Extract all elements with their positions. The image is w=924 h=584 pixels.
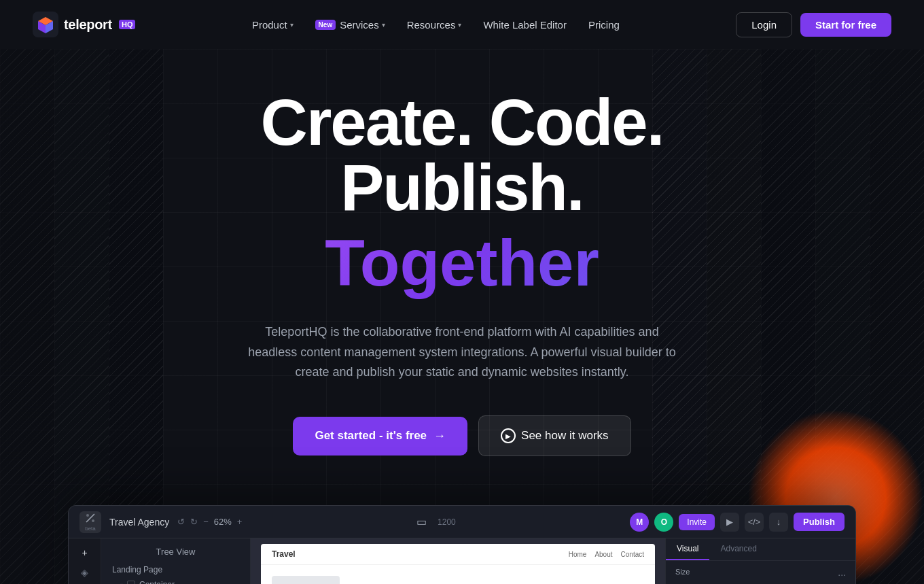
chevron-down-icon: ▾ — [290, 21, 294, 29]
avatar-o: O — [654, 513, 673, 532]
canvas-home-link: Home — [569, 551, 587, 558]
nav-product[interactable]: Product ▾ — [243, 14, 303, 36]
canvas-nav-links: Home About Contact — [569, 551, 644, 558]
minus-icon[interactable]: − — [203, 517, 209, 527]
editor-tree-panel: Tree View Landing Page ▾ Container ▾ Men… — [101, 538, 251, 584]
size-label: Size — [675, 568, 690, 576]
new-badge: New — [315, 20, 336, 30]
beta-icon: beta — [79, 511, 101, 533]
svg-point-2 — [92, 519, 94, 522]
canvas-brand: Travel — [272, 549, 296, 559]
tree-header: Tree View — [101, 547, 250, 562]
chevron-down-icon: ▾ — [382, 21, 385, 29]
canvas-page: Travel Home About Contact — [261, 544, 655, 584]
device-icon[interactable]: ▭ — [416, 515, 427, 528]
svg-point-1 — [86, 514, 89, 517]
see-how-button[interactable]: ▶ See how it works — [478, 415, 631, 456]
editor-preview: beta Travel Agency ↺ ↻ − 62% + ▭ 1200 M … — [68, 505, 856, 584]
tab-advanced[interactable]: Advanced — [709, 538, 767, 560]
nav-links: Product ▾ New Services ▾ Resources ▾ Whi… — [243, 14, 629, 36]
canvas-contact-link: Contact — [621, 551, 644, 558]
nav-whitelabel[interactable]: White Label Editor — [474, 14, 576, 36]
panel-tabs: Visual Advanced — [666, 538, 855, 561]
logo-hq: HQ — [119, 20, 136, 29]
play-button[interactable]: ▶ — [720, 513, 739, 532]
avatar-m: M — [630, 513, 649, 532]
code-button[interactable]: </> — [745, 513, 764, 532]
editor-controls: ↺ ↻ − 62% + — [177, 517, 242, 527]
canvas-placeholder — [272, 576, 340, 584]
editor-body: + ◈ ⊞ 🖼 Tree View Landing Page ▾ Contain… — [69, 538, 855, 584]
zoom-level: 62% — [214, 517, 232, 527]
expand-icon: ▾ — [120, 582, 123, 584]
invite-button[interactable]: Invite — [679, 514, 715, 530]
tree-item-landing[interactable]: Landing Page — [101, 562, 250, 577]
hero-section: .dc { position: absolute; top: 0; bottom… — [0, 49, 924, 584]
hero-description: TeleportHQ is the collaborative front-en… — [245, 322, 679, 383]
download-button[interactable]: ↓ — [769, 513, 788, 532]
start-button[interactable]: Start for free — [800, 13, 891, 37]
logo[interactable]: teleportHQ — [33, 12, 135, 37]
chevron-down-icon: ▾ — [458, 21, 461, 29]
project-name: Travel Agency — [109, 517, 169, 528]
play-icon: ▶ — [501, 428, 516, 443]
login-button[interactable]: Login — [736, 12, 792, 37]
canvas-nav: Travel Home About Contact — [261, 544, 655, 565]
panel-body: Size ··· Width 100% Min W auto Min H aut… — [666, 561, 855, 584]
logo-name: teleport — [64, 17, 112, 33]
hero-title: Create. Code. Publish. — [156, 90, 768, 220]
hero-buttons: Get started - it's free → ▶ See how it w… — [156, 415, 768, 456]
navigation: teleportHQ Product ▾ New Services ▾ Reso… — [0, 0, 924, 49]
editor-sidebar: + ◈ ⊞ 🖼 — [69, 538, 101, 584]
nav-services[interactable]: New Services ▾ — [306, 14, 395, 36]
tree-item-container[interactable]: ▾ Container — [101, 577, 250, 584]
editor-left-controls: beta Travel Agency ↺ ↻ − 62% + — [79, 511, 242, 533]
editor-right: M O Invite ▶ </> ↓ Publish — [630, 513, 845, 532]
plus-icon[interactable]: + — [237, 517, 243, 527]
hero-title-line2: Together — [156, 226, 768, 300]
add-icon[interactable]: + — [74, 545, 96, 560]
get-started-button[interactable]: Get started - it's free → — [293, 417, 467, 456]
undo-icon[interactable]: ↺ — [177, 517, 185, 527]
editor-right-panel: Visual Advanced Size ··· Width 100% Min … — [665, 538, 855, 584]
hero-content: Create. Code. Publish. Together Teleport… — [156, 90, 768, 505]
hero-title-line1: Create. Code. Publish. — [261, 86, 664, 224]
nav-pricing[interactable]: Pricing — [579, 14, 629, 36]
editor-topbar: beta Travel Agency ↺ ↻ − 62% + ▭ 1200 M … — [69, 506, 855, 538]
tree-checkbox[interactable] — [127, 581, 135, 584]
redo-icon[interactable]: ↻ — [190, 517, 198, 527]
more-options-icon[interactable]: ··· — [838, 569, 846, 580]
nav-resources[interactable]: Resources ▾ — [397, 14, 472, 36]
components-icon[interactable]: ◈ — [74, 566, 96, 581]
editor-center: ▭ 1200 — [416, 515, 456, 528]
publish-button[interactable]: Publish — [794, 513, 845, 531]
arrow-right-icon: → — [433, 429, 446, 443]
tab-visual[interactable]: Visual — [666, 538, 709, 560]
canvas-about-link: About — [594, 551, 612, 558]
nav-actions: Login Start for free — [736, 12, 891, 37]
editor-canvas: Travel Home About Contact — [251, 538, 665, 584]
canvas-content — [261, 565, 655, 584]
canvas-width: 1200 — [438, 517, 456, 527]
